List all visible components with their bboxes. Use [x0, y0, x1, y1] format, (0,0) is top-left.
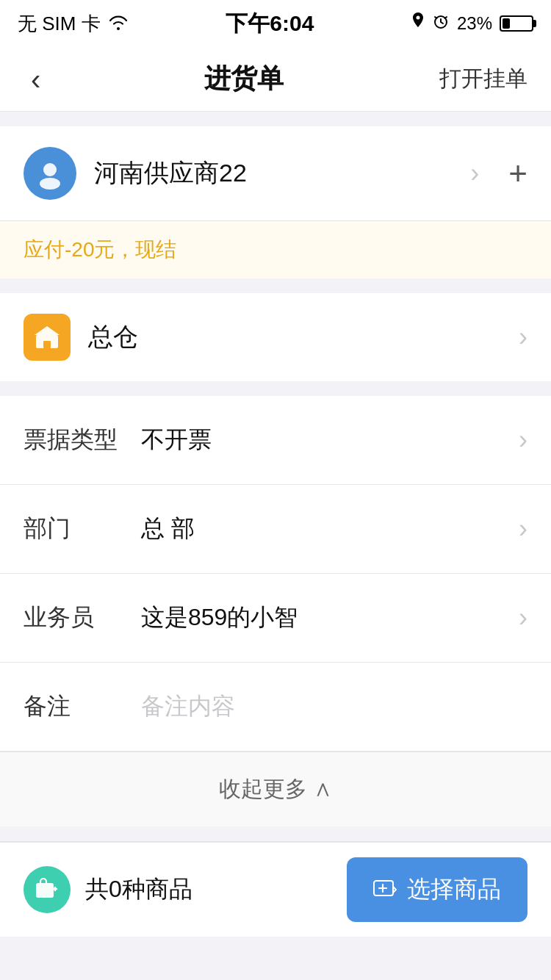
- warehouse-chevron-icon: ›: [519, 322, 527, 353]
- remark-value[interactable]: 备注内容: [141, 691, 527, 723]
- wifi-icon: [108, 12, 129, 35]
- svg-point-2: [40, 178, 60, 190]
- open-pending-button[interactable]: 打开挂单: [439, 64, 527, 94]
- products-icon: [24, 866, 71, 913]
- battery-percent: 23%: [457, 13, 492, 34]
- location-icon: [411, 12, 425, 35]
- department-row[interactable]: 部门 总 部 ›: [0, 485, 551, 574]
- back-button[interactable]: ‹: [24, 57, 48, 101]
- warehouse-row[interactable]: 总仓 ›: [0, 293, 551, 381]
- collapse-label: 收起更多 ∧: [219, 777, 331, 801]
- bottom-bar: 共0种商品 选择商品: [0, 841, 551, 937]
- invoice-type-chevron-icon: ›: [519, 425, 527, 455]
- supplier-row[interactable]: 河南供应商22 › +: [0, 126, 551, 221]
- status-carrier: 无 SIM 卡: [18, 11, 129, 37]
- remark-row[interactable]: 备注 备注内容: [0, 663, 551, 752]
- invoice-type-label: 票据类型: [24, 424, 141, 456]
- remark-label: 备注: [24, 691, 141, 723]
- section-gap-1: [0, 112, 551, 126]
- notice-text: 应付-20元，现结: [24, 238, 176, 261]
- invoice-type-value: 不开票: [141, 424, 519, 456]
- warehouse-section: 总仓 ›: [0, 293, 551, 381]
- page-background: [0, 937, 551, 980]
- salesman-value: 这是859的小智: [141, 602, 519, 634]
- department-value: 总 部: [141, 513, 519, 545]
- battery-icon: [500, 15, 533, 32]
- supplier-section: 河南供应商22 › + 应付-20元，现结: [0, 126, 551, 278]
- collapse-toggle[interactable]: 收起更多 ∧: [0, 752, 551, 826]
- supplier-chevron-icon: ›: [470, 158, 479, 189]
- section-gap-4: [0, 826, 551, 841]
- alarm-icon: [432, 12, 450, 35]
- warehouse-name: 总仓: [88, 320, 519, 354]
- section-gap-2: [0, 278, 551, 293]
- select-products-label: 选择商品: [407, 873, 501, 906]
- status-bar: 无 SIM 卡 下午6:04 23%: [0, 0, 551, 47]
- products-count: 共0种商品: [85, 873, 347, 906]
- select-btn-icon: [373, 876, 398, 904]
- department-label: 部门: [24, 513, 141, 545]
- salesman-label: 业务员: [24, 602, 141, 634]
- salesman-row[interactable]: 业务员 这是859的小智 ›: [0, 574, 551, 663]
- nav-bar: ‹ 进货单 打开挂单: [0, 47, 551, 112]
- status-indicators: 23%: [411, 12, 533, 35]
- status-time: 下午6:04: [226, 9, 314, 39]
- form-section: 票据类型 不开票 › 部门 总 部 › 业务员 这是859的小智 › 备注 备注…: [0, 396, 551, 826]
- supplier-avatar: [24, 147, 76, 200]
- svg-point-1: [43, 163, 57, 176]
- department-chevron-icon: ›: [519, 514, 527, 544]
- add-supplier-icon[interactable]: +: [508, 155, 527, 192]
- warehouse-icon: [24, 314, 71, 361]
- svg-rect-4: [43, 341, 51, 348]
- invoice-type-row[interactable]: 票据类型 不开票 ›: [0, 396, 551, 485]
- svg-rect-5: [36, 883, 54, 898]
- supplier-name: 河南供应商22: [94, 156, 470, 190]
- section-gap-3: [0, 381, 551, 396]
- salesman-chevron-icon: ›: [519, 602, 527, 633]
- select-products-button[interactable]: 选择商品: [347, 857, 527, 922]
- carrier-text: 无 SIM 卡: [18, 11, 101, 37]
- notice-banner: 应付-20元，现结: [0, 221, 551, 278]
- page-title: 进货单: [204, 61, 284, 97]
